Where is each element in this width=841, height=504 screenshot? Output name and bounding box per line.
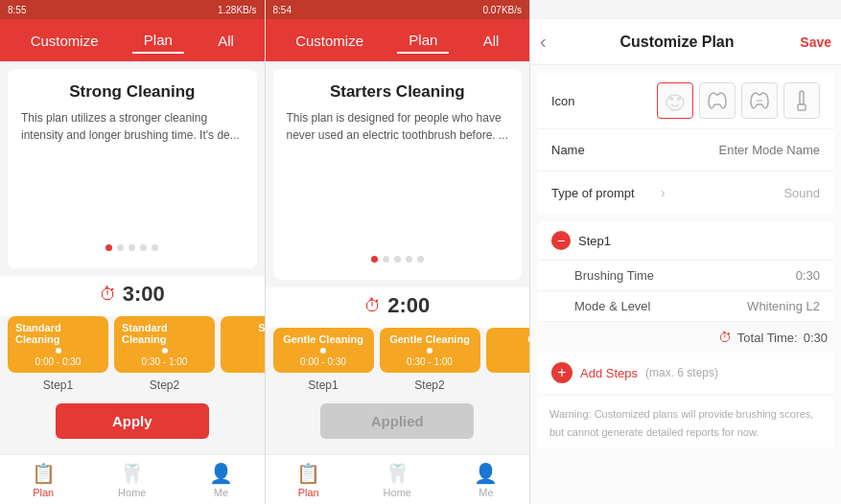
brushing-time-row[interactable]: Brushing Time 0:30 — [538, 261, 833, 291]
step-time-2-1: 0:00 - 0:30 — [300, 356, 346, 367]
total-time-row: ⏱ Total Time: 0:30 — [530, 322, 841, 353]
dot-1-4 — [140, 244, 147, 251]
nav-customize-2[interactable]: Customize — [284, 29, 375, 53]
apply-button-1[interactable]: Apply — [56, 403, 209, 439]
icon-label: Icon — [551, 94, 657, 108]
nav-item-plan-1[interactable]: 📋 Plan — [32, 462, 56, 498]
step-card-1-3[interactable]: Sta... — [221, 316, 265, 373]
top-nav-2: Customize Plan All — [266, 19, 530, 61]
right-header: ‹ Customize Plan Save — [530, 19, 841, 65]
back-button[interactable]: ‹ — [540, 31, 547, 53]
timer-icon-2: ⏱ — [364, 296, 382, 316]
bottom-nav-2: 📋 Plan 🦷 Home 👤 Me — [266, 454, 530, 504]
step-time-2-2: 0:30 - 1:00 — [407, 356, 453, 367]
tooth-icon-2 — [704, 87, 731, 114]
icon-row: Icon — [538, 73, 833, 129]
top-nav-1: Customize Plan All — [0, 19, 265, 61]
step-time-1-1: 0:00 - 0:30 — [35, 356, 82, 367]
dot-1-5 — [152, 244, 158, 251]
timer-icon-1: ⏱ — [100, 285, 117, 305]
icon-option-2[interactable] — [699, 82, 736, 119]
card-desc-2: This plan is designed for people who hav… — [287, 109, 509, 248]
tooth-icon-1 — [662, 87, 689, 114]
dots-2 — [287, 256, 509, 263]
dot-2-4 — [406, 256, 412, 263]
step-name-2-1: Gentle Cleaning — [283, 333, 363, 345]
dot-1-1 — [105, 244, 112, 251]
nav-item-home-2[interactable]: 🦷 Home — [384, 462, 411, 498]
status-bar-2: 8:54 0.07KB/s — [266, 0, 530, 19]
step-labels-1: Step1 Step2 — [0, 377, 265, 398]
time-2: 8:54 — [273, 5, 292, 15]
step-card-2-3[interactable]: G... — [486, 328, 530, 373]
home-label-2: Home — [384, 487, 411, 498]
nav-customize-1[interactable]: Customize — [19, 29, 110, 53]
nav-all-1[interactable]: All — [206, 29, 245, 53]
icon-option-4[interactable] — [783, 82, 820, 119]
icon-option-1[interactable] — [657, 82, 693, 119]
nav-item-home-1[interactable]: 🦷 Home — [118, 462, 146, 498]
bottom-nav-1: 📋 Plan 🦷 Home 👤 Me — [0, 454, 265, 504]
panel-strong-cleaning: 8:55 1.28KB/s Customize Plan All Strong … — [0, 0, 265, 504]
step-delete-button[interactable]: − — [551, 231, 571, 250]
step-dot-1-2 — [162, 348, 168, 354]
dot-1-2 — [117, 244, 124, 251]
svg-rect-5 — [798, 104, 806, 110]
status-info-2: 0.07KB/s — [482, 5, 522, 15]
nav-item-plan-2[interactable]: 📋 Plan — [296, 462, 320, 498]
svg-point-1 — [669, 97, 673, 101]
mode-level-value: Whitening L2 — [747, 299, 820, 313]
step-card-2-1[interactable]: Gentle Cleaning 0:00 - 0:30 — [273, 328, 374, 373]
applied-button-2[interactable]: Applied — [320, 403, 474, 439]
prompt-value: Sound — [666, 186, 820, 200]
prompt-row[interactable]: Type of prompt › Sound — [538, 172, 833, 214]
name-input[interactable] — [657, 143, 820, 157]
nav-item-me-2[interactable]: 👤 Me — [474, 462, 498, 498]
step-label-1-1: Step1 — [8, 378, 108, 392]
nav-plan-1[interactable]: Plan — [132, 28, 184, 54]
step-labels-2: Step1 Step2 — [266, 377, 530, 398]
total-time-value: 0:30 — [804, 331, 828, 345]
plan-label-2: Plan — [298, 487, 319, 498]
timer-text-1: 3:00 — [123, 282, 165, 307]
step-label-2-2: Step2 — [380, 378, 480, 392]
home-label-1: Home — [118, 487, 146, 498]
plan-label-1: Plan — [33, 487, 54, 498]
timer-row-2: ⏱ 2:00 — [266, 287, 530, 328]
svg-point-0 — [666, 95, 684, 110]
svg-rect-4 — [800, 91, 804, 104]
mode-level-row[interactable]: Mode & Level Whitening L2 — [538, 291, 833, 322]
warning-box: Warning: Customized plans will provide b… — [538, 397, 833, 447]
prompt-label: Type of prompt — [551, 186, 657, 200]
step-name-1-1: Standard Cleaning — [15, 322, 101, 345]
panel-customize-plan: ‹ Customize Plan Save Icon — [530, 0, 841, 504]
card-strong-cleaning: Strong Cleaning This plan utilizes a str… — [8, 69, 257, 268]
right-title: Customize Plan — [554, 34, 801, 51]
save-button[interactable]: Save — [800, 34, 831, 50]
timer-row-1: ⏱ 3:00 — [0, 276, 265, 316]
step-label-1-2: Step2 — [114, 378, 215, 392]
step-card-2-2[interactable]: Gentle Cleaning 0:30 - 1:00 — [380, 328, 480, 373]
icon-option-3[interactable] — [741, 82, 778, 119]
step-dot-2-2 — [427, 348, 432, 354]
total-time-label: Total Time: — [737, 331, 798, 345]
step-card-1-1[interactable]: Standard Cleaning 0:00 - 0:30 — [8, 316, 108, 373]
step-header-row: − Step1 — [538, 221, 833, 261]
dot-2-5 — [417, 256, 424, 263]
step-row-label: Step1 — [578, 234, 611, 248]
step-card-1-2[interactable]: Standard Cleaning 0:30 - 1:00 — [114, 316, 215, 373]
step-section: − Step1 Brushing Time 0:30 Mode & Level … — [538, 221, 833, 322]
brush-icon — [788, 87, 815, 114]
step-dot-2-1 — [320, 348, 326, 354]
nav-all-2[interactable]: All — [472, 29, 511, 53]
status-bar-1: 8:55 1.28KB/s — [0, 0, 265, 19]
nav-item-me-1[interactable]: 👤 Me — [209, 462, 233, 498]
add-steps-max: (max. 6 steps) — [645, 366, 718, 379]
dot-1-3 — [128, 244, 135, 251]
icon-name-section: Icon — [538, 73, 833, 214]
add-steps-label[interactable]: Add Steps — [580, 366, 638, 380]
icons-container — [657, 82, 820, 119]
nav-plan-2[interactable]: Plan — [397, 28, 449, 54]
dot-2-2 — [383, 256, 389, 263]
add-step-button[interactable]: + — [551, 362, 572, 383]
